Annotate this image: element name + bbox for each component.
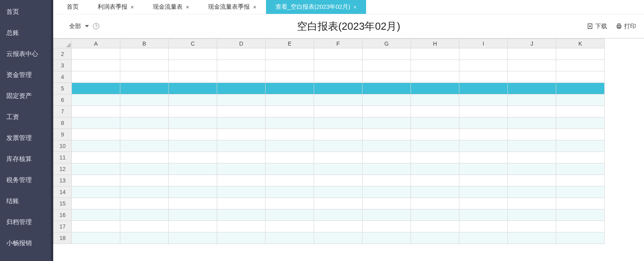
cell[interactable] <box>217 106 266 117</box>
cell[interactable] <box>266 71 314 83</box>
cell[interactable] <box>266 152 314 163</box>
cell[interactable] <box>120 232 169 244</box>
row-header[interactable]: 13 <box>54 175 72 186</box>
row-header[interactable]: 17 <box>54 221 72 232</box>
cell[interactable] <box>217 83 266 94</box>
cell[interactable] <box>459 71 508 83</box>
cell[interactable] <box>508 129 556 140</box>
cell[interactable] <box>411 129 459 140</box>
filter-dropdown[interactable]: 全部 ? <box>69 23 99 30</box>
tab-view-blank-report[interactable]: 查看_空白报表(2023年02月) × <box>266 0 366 14</box>
cell[interactable] <box>169 221 217 232</box>
row-header[interactable]: 11 <box>54 152 72 163</box>
cell[interactable] <box>411 163 459 175</box>
cell[interactable] <box>169 140 217 152</box>
help-icon[interactable]: ? <box>93 23 99 29</box>
cell[interactable] <box>169 152 217 163</box>
cell[interactable] <box>508 198 556 209</box>
cell[interactable] <box>314 175 362 186</box>
cell[interactable] <box>411 83 459 94</box>
cell[interactable] <box>120 198 169 209</box>
cell[interactable] <box>362 152 411 163</box>
cell[interactable] <box>72 140 120 152</box>
cell[interactable] <box>508 140 556 152</box>
cell[interactable] <box>314 232 362 244</box>
sidebar-item-inventory[interactable]: 库存核算 <box>0 149 51 170</box>
cell[interactable] <box>314 140 362 152</box>
cell[interactable] <box>217 198 266 209</box>
cell[interactable] <box>508 83 556 94</box>
cell[interactable] <box>266 140 314 152</box>
cell[interactable] <box>556 129 605 140</box>
cell[interactable] <box>72 209 120 221</box>
cell[interactable] <box>411 71 459 83</box>
cell[interactable] <box>120 83 169 94</box>
cell[interactable] <box>120 106 169 117</box>
cell[interactable] <box>169 83 217 94</box>
sidebar-item-salary[interactable]: 工资 <box>0 107 51 128</box>
row-header[interactable]: 8 <box>54 117 72 129</box>
cell[interactable] <box>362 232 411 244</box>
select-all-corner[interactable] <box>54 39 72 48</box>
cell[interactable] <box>72 198 120 209</box>
sidebar-item-ledger[interactable]: 总账 <box>0 23 51 44</box>
cell[interactable] <box>459 163 508 175</box>
cell[interactable] <box>120 94 169 106</box>
cell[interactable] <box>459 152 508 163</box>
cell[interactable] <box>556 221 605 232</box>
sidebar-item-close-account[interactable]: 结账 <box>0 191 51 212</box>
cell[interactable] <box>169 163 217 175</box>
cell[interactable] <box>362 198 411 209</box>
cell[interactable] <box>266 48 314 60</box>
cell[interactable] <box>266 163 314 175</box>
cell[interactable] <box>217 140 266 152</box>
row-header[interactable]: 15 <box>54 198 72 209</box>
cell[interactable] <box>459 198 508 209</box>
cell[interactable] <box>314 48 362 60</box>
cell[interactable] <box>508 152 556 163</box>
cell[interactable] <box>169 60 217 71</box>
cell[interactable] <box>217 60 266 71</box>
cell[interactable] <box>362 83 411 94</box>
cell[interactable] <box>266 221 314 232</box>
cell[interactable] <box>120 221 169 232</box>
cell[interactable] <box>217 71 266 83</box>
cell[interactable] <box>314 106 362 117</box>
row-header[interactable]: 9 <box>54 129 72 140</box>
cell[interactable] <box>314 186 362 198</box>
cell[interactable] <box>508 186 556 198</box>
column-header[interactable]: A <box>72 39 120 48</box>
column-header[interactable]: J <box>508 39 556 48</box>
cell[interactable] <box>266 209 314 221</box>
row-header[interactable]: 16 <box>54 209 72 221</box>
cell[interactable] <box>120 48 169 60</box>
cell[interactable] <box>169 94 217 106</box>
cell[interactable] <box>411 221 459 232</box>
cell[interactable] <box>266 94 314 106</box>
cell[interactable] <box>459 175 508 186</box>
row-header[interactable]: 7 <box>54 106 72 117</box>
cell[interactable] <box>72 117 120 129</box>
cell[interactable] <box>72 163 120 175</box>
cell[interactable] <box>72 152 120 163</box>
cell[interactable] <box>459 221 508 232</box>
cell[interactable] <box>217 175 266 186</box>
cell[interactable] <box>411 152 459 163</box>
cell[interactable] <box>556 60 605 71</box>
cell[interactable] <box>508 163 556 175</box>
cell[interactable] <box>362 140 411 152</box>
cell[interactable] <box>556 232 605 244</box>
sidebar-item-home[interactable]: 首页 <box>0 2 51 23</box>
download-button[interactable]: 下载 <box>587 23 607 30</box>
cell[interactable] <box>314 129 362 140</box>
cell[interactable] <box>266 106 314 117</box>
cell[interactable] <box>266 186 314 198</box>
sidebar-item-fixed-assets[interactable]: 固定资产 <box>0 86 51 107</box>
cell[interactable] <box>411 209 459 221</box>
cell[interactable] <box>362 129 411 140</box>
cell[interactable] <box>556 71 605 83</box>
sidebar-item-invoice[interactable]: 发票管理 <box>0 128 51 149</box>
cell[interactable] <box>120 186 169 198</box>
cell[interactable] <box>169 129 217 140</box>
print-button[interactable]: 打印 <box>616 23 636 30</box>
